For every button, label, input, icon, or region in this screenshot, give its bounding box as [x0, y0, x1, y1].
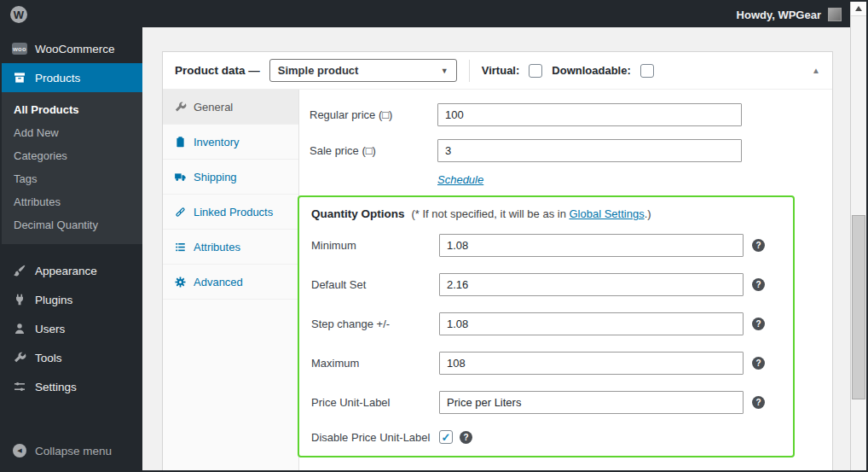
sale-price-label: Sale price (□) [310, 144, 437, 157]
regular-price-label: Regular price (□) [310, 108, 437, 121]
gear-icon [173, 275, 187, 288]
wrench-icon [12, 350, 27, 365]
admin-body: woo WooCommerce Products All Products Ad… [2, 27, 850, 470]
help-icon[interactable]: ? [752, 278, 765, 291]
collapse-menu-button[interactable]: ◀ Collapse menu [2, 436, 142, 470]
help-icon[interactable]: ? [752, 318, 765, 330]
tab-shipping[interactable]: Shipping [163, 160, 298, 195]
price-unit-label-input[interactable] [439, 391, 744, 414]
help-icon[interactable]: ? [752, 396, 765, 409]
product-data-body: General Inventory Shipping [163, 90, 832, 470]
sale-price-input[interactable] [437, 139, 742, 162]
product-data-header: Product data — Simple product ▼ Virtual:… [163, 52, 832, 90]
sidebar-subitem-categories[interactable]: Categories [2, 144, 142, 167]
step-change-input[interactable] [439, 312, 744, 335]
disable-price-unit-row: Disable Price Unit-Label ✓ ? [311, 430, 793, 444]
tab-label: Inventory [194, 136, 239, 149]
scrollbar-thumb[interactable] [852, 215, 865, 399]
scrollbar-up-icon [855, 6, 862, 11]
separator [469, 60, 470, 82]
step-change-row: Step change +/- ? [311, 312, 793, 335]
tab-general[interactable]: General [163, 90, 298, 125]
default-set-row: Default Set ? [311, 273, 793, 296]
tab-inventory[interactable]: Inventory [163, 125, 298, 160]
scrollbar-up-button[interactable] [851, 2, 866, 16]
sidebar-subitem-add-new[interactable]: Add New [2, 121, 142, 144]
product-type-select[interactable]: Simple product ▼ [269, 59, 457, 82]
quantity-options-heading: Quantity Options [311, 207, 405, 220]
collapse-menu-label: Collapse menu [35, 445, 112, 457]
wrench-icon [173, 100, 187, 114]
sidebar-item-woocommerce[interactable]: woo WooCommerce [2, 34, 142, 63]
plug-icon [12, 292, 27, 307]
schedule-row: Schedule [437, 172, 832, 187]
wordpress-logo-icon[interactable]: W [10, 6, 27, 23]
schedule-link[interactable]: Schedule [437, 173, 483, 186]
tab-linked-products[interactable]: Linked Products [163, 195, 298, 230]
products-submenu: All Products Add New Categories Tags Att… [2, 92, 142, 244]
tab-label: General [194, 101, 233, 114]
maximum-label: Maximum [311, 357, 439, 370]
disable-price-unit-label: Disable Price Unit-Label [311, 431, 439, 444]
sidebar-item-tools[interactable]: Tools [2, 343, 142, 372]
vertical-scrollbar[interactable] [850, 2, 866, 470]
tab-label: Attributes [194, 241, 240, 253]
panel-toggle-icon[interactable]: ▲ [812, 66, 820, 75]
collapse-arrow-icon: ◀ [12, 443, 27, 458]
regular-price-row: Regular price (□) [310, 103, 832, 126]
help-icon[interactable]: ? [752, 239, 765, 252]
truck-icon [173, 170, 187, 184]
panel-title: Product data — [175, 64, 260, 77]
sidebar-item-label: Settings [35, 381, 77, 393]
howdy-account-link[interactable]: Howdy, WPGear [737, 9, 821, 21]
sidebar-subitem-decimal-quantity[interactable]: Decimal Quantity [2, 213, 142, 236]
sidebar-item-settings[interactable]: Settings [2, 372, 142, 401]
sidebar-item-label: Tools [35, 352, 62, 364]
tab-content-general: Regular price (□) Sale price (□) Schedul… [299, 90, 832, 470]
sidebar-item-plugins[interactable]: Plugins [2, 285, 142, 314]
list-icon [173, 240, 187, 253]
sidebar-item-products[interactable]: Products [2, 63, 142, 92]
sidebar-subitem-all-products[interactable]: All Products [2, 98, 142, 121]
admin-column: W Howdy, WPGear woo WooCommerce Products [2, 2, 850, 470]
product-data-panel: Product data — Simple product ▼ Virtual:… [162, 51, 833, 470]
sidebar-subitem-tags[interactable]: Tags [2, 167, 142, 190]
sidebar-item-label: WooCommerce [35, 43, 115, 55]
tab-label: Advanced [194, 276, 243, 288]
sidebar-item-users[interactable]: Users [2, 314, 142, 343]
regular-price-input[interactable] [437, 103, 742, 126]
wordpress-admin-screen: W Howdy, WPGear woo WooCommerce Products [0, 0, 868, 472]
help-icon[interactable]: ? [752, 357, 765, 370]
quantity-options-note: (* If not specified, it will be as in Gl… [412, 207, 651, 220]
maximum-input[interactable] [439, 352, 744, 375]
woocommerce-icon: woo [12, 41, 27, 56]
downloadable-checkbox[interactable] [640, 64, 654, 78]
sidebar-item-label: Plugins [35, 294, 72, 306]
disable-price-unit-checkbox[interactable]: ✓ [439, 430, 453, 444]
default-set-input[interactable] [439, 273, 744, 296]
sidebar-item-appearance[interactable]: Appearance [2, 256, 142, 285]
admin-sidebar: woo WooCommerce Products All Products Ad… [2, 27, 142, 470]
minimum-input[interactable] [439, 234, 744, 257]
link-icon [173, 205, 187, 219]
maximum-row: Maximum ? [311, 352, 793, 375]
help-icon[interactable]: ? [460, 431, 472, 444]
tab-attributes[interactable]: Attributes [163, 230, 298, 265]
price-unit-label-row: Price Unit-Label ? [311, 391, 793, 414]
product-type-value: Simple product [278, 64, 359, 77]
note-text: (* If not specified, it will be as in [412, 207, 570, 220]
global-settings-link[interactable]: Global Settings [569, 207, 644, 220]
sliders-icon [12, 379, 27, 394]
avatar[interactable] [828, 8, 842, 21]
products-box-icon [12, 70, 27, 85]
admin-bar: W Howdy, WPGear [2, 2, 850, 27]
sidebar-item-label: Appearance [35, 265, 97, 277]
chevron-down-icon: ▼ [441, 67, 448, 75]
price-unit-label-label: Price Unit-Label [311, 396, 439, 409]
tab-advanced[interactable]: Advanced [163, 265, 298, 300]
step-change-label: Step change +/- [311, 318, 439, 330]
virtual-checkbox[interactable] [529, 64, 542, 78]
sidebar-subitem-attributes[interactable]: Attributes [2, 190, 142, 213]
tab-label: Shipping [194, 171, 237, 184]
default-set-label: Default Set [311, 278, 439, 291]
